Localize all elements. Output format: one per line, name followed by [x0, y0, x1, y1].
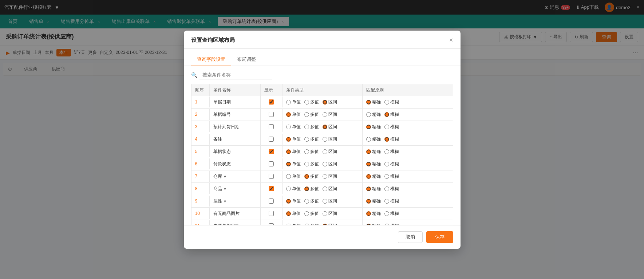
dialog-tab-layout-label: 布局调整: [237, 56, 256, 62]
dialog-search-area: 🔍: [184, 66, 461, 79]
dialog-header: 设置查询区域布局 ×: [184, 31, 461, 49]
dialog-close-button[interactable]: ×: [449, 36, 453, 44]
dialog-title: 设置查询区域布局: [191, 37, 235, 44]
dialog-tab-query-fields[interactable]: 查询字段设置: [191, 53, 231, 66]
dialog-tab-bar: 查询字段设置 布局调整: [184, 49, 461, 66]
dialog-tab-layout[interactable]: 布局调整: [231, 53, 262, 66]
search-icon: 🔍: [191, 72, 197, 78]
dialog-overlay: 设置查询区域布局 × 查询字段设置 布局调整 🔍 顺序 条件名称 显示 条件类型: [0, 0, 644, 79]
search-input[interactable]: [199, 71, 272, 79]
dialog-tab-query-label: 查询字段设置: [197, 56, 225, 62]
settings-dialog: 设置查询区域布局 × 查询字段设置 布局调整 🔍 顺序 条件名称 显示 条件类型: [184, 31, 461, 79]
